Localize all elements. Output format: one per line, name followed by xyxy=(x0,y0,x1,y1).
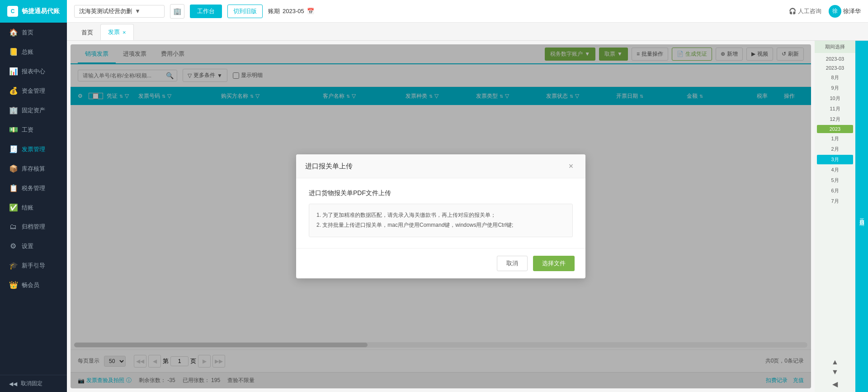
sidebar-item-label: 工资 xyxy=(22,126,33,134)
sidebar-item-label: 报表中心 xyxy=(22,67,45,76)
app-logo: C 畅捷通易代账 xyxy=(0,0,67,23)
switch-version-button[interactable]: 切到旧版 xyxy=(227,5,263,18)
sidebar-item-invoice[interactable]: 🧾 发票管理 xyxy=(0,139,67,159)
sidebar-item-home[interactable]: 🏠 首页 xyxy=(0,23,67,42)
period-5-btn[interactable]: 5月 xyxy=(817,176,853,185)
period-12-btn[interactable]: 12月 xyxy=(817,115,853,124)
company-icon-btn[interactable]: 🏢 xyxy=(170,4,184,19)
period-8-btn[interactable]: 8月 xyxy=(817,73,853,82)
payroll-icon: 💵 xyxy=(9,125,17,134)
sidebar-item-archive[interactable]: 🗂 归档管理 xyxy=(0,217,67,236)
sidebar-item-close[interactable]: ✅ 结账 xyxy=(0,198,67,217)
tax-icon: 📋 xyxy=(9,184,17,192)
period-2023-start-btn[interactable]: 2023-03 xyxy=(817,64,853,72)
sidebar-item-label: 库存核算 xyxy=(22,165,45,173)
period-10-btn[interactable]: 10月 xyxy=(817,94,853,103)
home-icon: 🏠 xyxy=(9,28,17,37)
top-header: 沈海英测试经营勿删 ▼ 🏢 工作台 切到旧版 账期 2023-05 📅 🎧 人工… xyxy=(67,0,868,23)
sidebar-item-label: 畅会员 xyxy=(22,281,39,289)
inner-content: 进口报关单上传 × 进口货物报关单PDF文件上传 1. 为了更加精准的数据匹配，… xyxy=(67,41,868,392)
user-menu[interactable]: 徐 徐泽华 xyxy=(829,5,861,18)
tab-invoice[interactable]: 发票 × xyxy=(100,24,134,40)
app-name: 畅捷通易代账 xyxy=(22,7,60,15)
sidebar-item-label: 固定资产 xyxy=(22,106,45,115)
modal-info-item-1: 1. 为了更加精准的数据匹配，请先录入海关缴款书，再上传对应的报关单； xyxy=(316,210,565,220)
modal-body: 进口货物报关单PDF文件上传 1. 为了更加精准的数据匹配，请先录入海关缴款书，… xyxy=(296,178,585,248)
sidebar-item-settings[interactable]: ⚙ 设置 xyxy=(0,236,67,256)
open-account-label: 开启日期 xyxy=(859,215,865,218)
sidebar-item-label: 首页 xyxy=(22,29,33,37)
sidebar-item-guide[interactable]: 🎓 新手引导 xyxy=(0,256,67,275)
funds-icon: 💰 xyxy=(9,86,17,95)
sidebar-item-payroll[interactable]: 💵 工资 xyxy=(0,120,67,139)
period-2-btn[interactable]: 2月 xyxy=(817,144,853,154)
building-icon: 🏢 xyxy=(173,7,182,15)
support-button[interactable]: 🎧 人工咨询 xyxy=(789,7,821,15)
ledger-icon: 📒 xyxy=(9,48,17,56)
sidebar: C 畅捷通易代账 🏠 首页 📒 总账 📊 报表中心 💰 资金管理 🏢 固定资产 … xyxy=(0,0,67,392)
sidebar-collapse-btn[interactable]: ◀◀ 取消固定 xyxy=(0,375,67,392)
inventory-icon: 📦 xyxy=(9,164,17,173)
sidebar-item-member[interactable]: 👑 畅会员 xyxy=(0,275,67,295)
modal-info-box: 1. 为了更加精准的数据匹配，请先录入海关缴款书，再上传对应的报关单； 2. 支… xyxy=(309,204,573,237)
company-selector[interactable]: 沈海英测试经营勿删 ▼ xyxy=(74,5,165,18)
sidebar-item-inventory[interactable]: 📦 库存核算 xyxy=(0,159,67,178)
main-content: 沈海英测试经营勿删 ▼ 🏢 工作台 切到旧版 账期 2023-05 📅 🎧 人工… xyxy=(67,0,868,392)
period-9-btn[interactable]: 9月 xyxy=(817,83,853,93)
period-label: 账期 xyxy=(268,7,280,15)
tab-home-label: 首页 xyxy=(81,29,93,37)
company-name: 沈海英测试经营勿删 xyxy=(79,7,132,15)
period-up-icon[interactable]: ▲ xyxy=(831,358,839,366)
sidebar-item-ledger[interactable]: 📒 总账 xyxy=(0,42,67,62)
period-3-btn[interactable]: 3月 xyxy=(817,155,853,164)
sidebar-item-funds[interactable]: 💰 资金管理 xyxy=(0,81,67,100)
import-customs-modal: 进口报关单上传 × 进口货物报关单PDF文件上传 1. 为了更加精准的数据匹配，… xyxy=(296,154,585,278)
tab-close-icon[interactable]: × xyxy=(123,29,126,36)
period-6-btn[interactable]: 6月 xyxy=(817,186,853,196)
member-icon: 👑 xyxy=(9,281,17,289)
assets-icon: 🏢 xyxy=(9,106,17,115)
period-info: 账期 2023-05 📅 xyxy=(268,7,314,15)
sidebar-item-label: 税务管理 xyxy=(22,184,45,192)
sidebar-item-reports[interactable]: 📊 报表中心 xyxy=(0,62,67,81)
period-1-btn[interactable]: 1月 xyxy=(817,134,853,143)
period-2022-btn[interactable]: 2023-03 xyxy=(817,55,853,63)
user-avatar-icon: 徐 xyxy=(829,5,841,18)
period-4-btn[interactable]: 4月 xyxy=(817,165,853,175)
period-panel-header: 期间选择 xyxy=(815,41,855,53)
headset-icon: 🎧 xyxy=(789,8,796,14)
period-11-btn[interactable]: 11月 xyxy=(817,104,853,114)
modal-cancel-button[interactable]: 取消 xyxy=(497,256,528,271)
period-7-btn[interactable]: 7月 xyxy=(817,196,853,206)
sidebar-item-label: 结账 xyxy=(22,204,33,212)
modal-select-file-button[interactable]: 选择文件 xyxy=(533,256,575,271)
settings-icon: ⚙ xyxy=(9,242,17,250)
modal-close-button[interactable]: × xyxy=(566,161,576,172)
sidebar-item-label: 总账 xyxy=(22,48,33,56)
modal-overlay: 进口报关单上传 × 进口货物报关单PDF文件上传 1. 为了更加精准的数据匹配，… xyxy=(71,44,811,388)
workbench-button[interactable]: 工作台 xyxy=(190,5,222,18)
tab-home[interactable]: 首页 xyxy=(74,25,100,40)
period-down-icon[interactable]: ▼ xyxy=(831,368,839,376)
calendar-icon[interactable]: 📅 xyxy=(307,8,314,14)
logo-icon: C xyxy=(7,6,18,17)
sidebar-item-label: 新手引导 xyxy=(22,262,45,270)
sidebar-item-assets[interactable]: 🏢 固定资产 xyxy=(0,100,67,120)
close-accounts-icon: ✅ xyxy=(9,203,17,212)
tab-bar: 首页 发票 × xyxy=(67,23,868,41)
sidebar-bottom-label: 取消固定 xyxy=(21,380,42,387)
open-account-panel[interactable]: 开启日期 xyxy=(855,41,868,392)
modal-header: 进口报关单上传 × xyxy=(296,154,585,178)
header-right: 🎧 人工咨询 徐 徐泽华 xyxy=(789,5,861,18)
archive-icon: 🗂 xyxy=(9,223,17,231)
sidebar-item-tax[interactable]: 📋 税务管理 xyxy=(0,178,67,198)
modal-info-item-2: 2. 支持批量上传进口报关单，mac用户使用Command键，windows用户… xyxy=(316,220,565,230)
period-value: 2023-05 xyxy=(283,8,304,14)
modal-section-title: 进口货物报关单PDF文件上传 xyxy=(309,189,573,197)
period-side-panel: 期间选择 2023-03 2023-03 8月 9月 10月 11月 12月 2… xyxy=(815,41,855,392)
sidebar-item-label: 归档管理 xyxy=(22,223,45,231)
period-collapse-icon[interactable]: ◀ xyxy=(832,380,838,388)
period-2023-btn[interactable]: 2023 xyxy=(817,125,853,133)
dropdown-arrow-icon: ▼ xyxy=(135,8,141,14)
period-list: 2023-03 2023-03 8月 9月 10月 11月 12月 2023 1… xyxy=(815,53,855,208)
